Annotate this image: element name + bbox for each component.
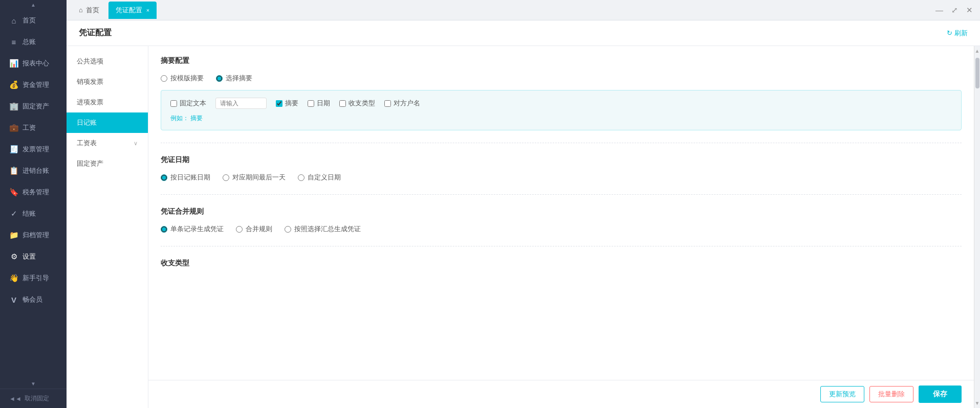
checkbox-counterparty-input[interactable] xyxy=(384,100,391,107)
batch-delete-button[interactable]: 批量删除 xyxy=(869,386,913,402)
section-title-voucher-date: 凭证日期 xyxy=(161,155,962,165)
radio-select-summary[interactable]: 选择摘要 xyxy=(216,74,252,83)
scroll-thumb[interactable] xyxy=(975,58,979,88)
section-voucher-date: 凭证日期 按日记账日期 对应期间最后一天 xyxy=(161,155,962,195)
checkbox-fixed-text[interactable]: 固定文本 xyxy=(170,99,206,108)
left-nav-item-purchase-invoice[interactable]: 进项发票 xyxy=(67,92,148,112)
left-nav-item-payroll[interactable]: 工资表 ∨ xyxy=(67,133,148,153)
sidebar-item-label: 工资 xyxy=(23,123,36,132)
unpin-label: 取消固定 xyxy=(25,394,49,403)
left-nav-item-public[interactable]: 公共选项 xyxy=(67,51,148,72)
section-title-payment-type: 收支类型 xyxy=(161,259,962,268)
sidebar: ▲ ⌂ 首页 ≡ 总账 📊 报表中心 💰 资金管理 🏢 固定资产 💼 工资 🧾 … xyxy=(0,0,67,408)
settings-icon: ⚙ xyxy=(9,252,18,261)
sidebar-item-sales-ledger[interactable]: 📋 进销台账 xyxy=(0,160,67,182)
radio-last-day[interactable]: 对应期间最后一天 xyxy=(223,173,286,182)
radio-custom-date-input[interactable] xyxy=(298,174,304,181)
checkbox-summary[interactable]: 摘要 xyxy=(276,99,298,108)
radio-merge-rule-input[interactable] xyxy=(236,226,243,233)
radio-select-merge-input[interactable] xyxy=(285,226,291,233)
window-maximize-button[interactable]: ⤢ xyxy=(949,5,960,16)
checkbox-payment-type[interactable]: 收支类型 xyxy=(339,99,375,108)
sidebar-unpin-button[interactable]: ◄◄ 取消固定 xyxy=(0,389,67,408)
window-minimize-button[interactable]: — xyxy=(933,5,945,16)
radio-journal-date[interactable]: 按日记账日期 xyxy=(161,173,210,182)
main-area: ⌂ 首页 凭证配置 × — ⤢ ✕ 凭证配置 ↻ 刷新 公共选项 xyxy=(67,0,980,408)
left-nav-item-sales-invoice[interactable]: 销项发票 xyxy=(67,72,148,92)
checkbox-counterparty[interactable]: 对方户名 xyxy=(384,99,420,108)
sidebar-item-guide[interactable]: 👋 新手引导 xyxy=(0,267,67,289)
left-nav-item-fixed-assets[interactable]: 固定资产 xyxy=(67,153,148,174)
refresh-icon: ↻ xyxy=(947,29,952,37)
checkbox-summary-input[interactable] xyxy=(276,100,282,107)
sidebar-scroll-down[interactable]: ▼ xyxy=(0,379,67,389)
bottom-bar: 更新预览 批量删除 保存 xyxy=(148,380,974,408)
radio-template-summary-input[interactable] xyxy=(161,75,167,82)
radio-journal-date-input[interactable] xyxy=(161,174,167,181)
sidebar-item-label: 新手引导 xyxy=(23,274,49,283)
sidebar-item-vip[interactable]: V 畅会员 xyxy=(0,289,67,310)
tab-home[interactable]: ⌂ 首页 xyxy=(72,2,106,19)
sidebar-item-label: 进销台账 xyxy=(23,166,49,175)
save-button[interactable]: 保存 xyxy=(919,386,962,403)
radio-last-day-input[interactable] xyxy=(223,174,229,181)
sidebar-item-tax-mgmt[interactable]: 🔖 税务管理 xyxy=(0,182,67,203)
radio-select-summary-input[interactable] xyxy=(216,75,223,82)
sidebar-item-label: 结账 xyxy=(23,209,36,218)
radio-single-record[interactable]: 单条记录生成凭证 xyxy=(161,224,224,234)
unpin-icon: ◄◄ xyxy=(9,395,21,402)
checkbox-date[interactable]: 日期 xyxy=(308,99,330,108)
radio-journal-date-label: 按日记账日期 xyxy=(170,173,210,182)
content-area: 凭证配置 ↻ 刷新 公共选项 销项发票 进项发票 日记账 xyxy=(67,20,980,408)
radio-custom-date-label: 自定义日期 xyxy=(308,173,341,182)
merge-rule-radio-group: 单条记录生成凭证 合并规则 按照选择汇总生成凭证 xyxy=(161,224,962,234)
tab-close-button[interactable]: × xyxy=(146,7,149,13)
sidebar-item-label: 资金管理 xyxy=(23,80,49,89)
invoice-mgmt-icon: 🧾 xyxy=(9,145,18,154)
fixed-text-input[interactable] xyxy=(215,98,267,109)
scroll-down-arrow[interactable]: ▼ xyxy=(975,398,980,408)
sidebar-item-funds[interactable]: 💰 资金管理 xyxy=(0,74,67,96)
sidebar-item-label: 总账 xyxy=(23,37,36,47)
section-summary-config: 摘要配置 按模版摘要 选择摘要 xyxy=(161,56,962,143)
sidebar-item-salary[interactable]: 💼 工资 xyxy=(0,117,67,139)
funds-icon: 💰 xyxy=(9,80,18,89)
sidebar-item-label: 首页 xyxy=(23,16,36,25)
sidebar-item-label: 设置 xyxy=(23,252,36,261)
checkbox-date-input[interactable] xyxy=(308,100,314,107)
home-tab-icon: ⌂ xyxy=(79,6,83,14)
checkbox-fixed-text-label: 固定文本 xyxy=(180,99,206,108)
radio-select-merge[interactable]: 按照选择汇总生成凭证 xyxy=(285,224,361,234)
scroll-up-arrow[interactable]: ▲ xyxy=(975,46,980,56)
checkbox-payment-type-input[interactable] xyxy=(339,100,346,107)
sidebar-item-label: 税务管理 xyxy=(23,188,49,197)
radio-single-record-input[interactable] xyxy=(161,226,167,233)
page-title: 凭证配置 xyxy=(79,28,112,38)
scrollbar-track: ▲ ▼ xyxy=(974,46,980,408)
radio-template-summary[interactable]: 按模版摘要 xyxy=(161,74,204,83)
checkbox-fixed-text-input[interactable] xyxy=(170,100,177,107)
refresh-button[interactable]: ↻ 刷新 xyxy=(947,29,968,38)
radio-merge-rule[interactable]: 合并规则 xyxy=(236,224,272,234)
window-close-button[interactable]: ✕ xyxy=(964,5,975,16)
sidebar-scroll-up[interactable]: ▲ xyxy=(0,0,67,10)
sidebar-item-archive[interactable]: 📁 归档管理 xyxy=(0,224,67,246)
radio-custom-date[interactable]: 自定义日期 xyxy=(298,173,341,182)
sidebar-item-settings[interactable]: ⚙ 设置 xyxy=(0,246,67,267)
sidebar-item-ledger[interactable]: ≡ 总账 xyxy=(0,31,67,53)
left-nav-label-sales-invoice: 销项发票 xyxy=(77,77,103,86)
sidebar-item-reports[interactable]: 📊 报表中心 xyxy=(0,53,67,74)
left-nav-label-journal: 日记账 xyxy=(77,118,97,127)
right-content: 摘要配置 按模版摘要 选择摘要 xyxy=(148,46,974,380)
update-preview-button[interactable]: 更新预览 xyxy=(820,386,864,402)
radio-select-summary-label: 选择摘要 xyxy=(226,74,252,83)
sidebar-item-home[interactable]: ⌂ 首页 xyxy=(0,10,67,31)
sidebar-item-fixed-assets[interactable]: 🏢 固定资产 xyxy=(0,96,67,117)
sidebar-item-invoice-mgmt[interactable]: 🧾 发票管理 xyxy=(0,139,67,160)
sidebar-item-settlement[interactable]: ✓ 结账 xyxy=(0,203,67,224)
left-nav-label-purchase-invoice: 进项发票 xyxy=(77,98,103,107)
example-label: 例如： xyxy=(170,115,189,122)
sidebar-item-label: 报表中心 xyxy=(23,59,49,68)
tab-voucher-config[interactable]: 凭证配置 × xyxy=(108,2,157,19)
left-nav-item-journal[interactable]: 日记账 xyxy=(67,112,148,133)
